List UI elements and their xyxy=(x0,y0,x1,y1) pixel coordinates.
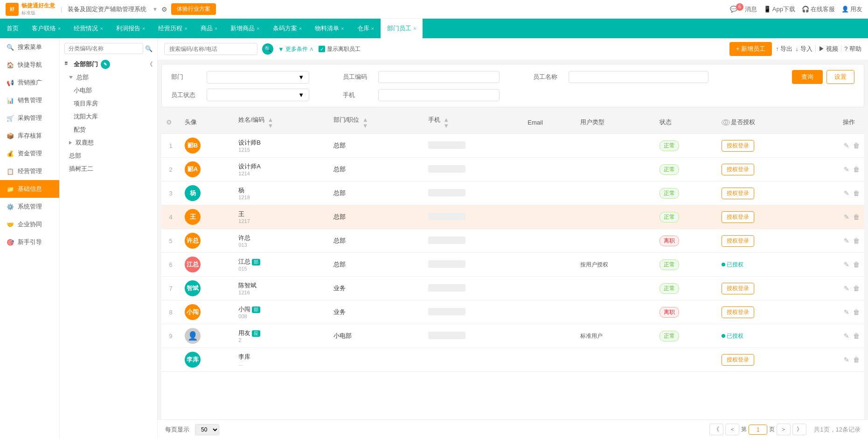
close-icon[interactable]: × xyxy=(184,26,187,31)
close-icon[interactable]: × xyxy=(58,26,61,31)
sidebar-item-marketing[interactable]: 📢 营销推广 xyxy=(0,74,59,91)
import-btn[interactable]: ↓ 导入 xyxy=(795,45,812,53)
try-btn[interactable]: 体验行业方案 xyxy=(171,3,216,15)
delete-btn[interactable]: 🗑 xyxy=(853,308,860,316)
query-btn[interactable]: 查询 xyxy=(792,70,823,84)
close-icon[interactable]: × xyxy=(371,26,374,31)
dept-search-icon[interactable]: 🔍 xyxy=(145,45,153,52)
dept-filter-select[interactable]: ▼ xyxy=(207,71,309,84)
search-btn[interactable]: 🔍 xyxy=(262,43,273,55)
th-phone[interactable]: 手机 ▲ ▼ xyxy=(424,111,523,134)
edit-btn[interactable]: ✎ xyxy=(844,285,849,292)
more-filter-btn[interactable]: ▼ 更多条件 ∧ xyxy=(278,45,314,53)
delete-btn[interactable]: 🗑 xyxy=(853,189,860,197)
sidebar-item-basic-info[interactable]: 📁 基础信息 xyxy=(0,180,59,198)
close-icon[interactable]: × xyxy=(100,26,103,31)
msg-btn[interactable]: 💬 6 消息 xyxy=(730,5,757,14)
sidebar-item-collab[interactable]: 🤝 企业协同 xyxy=(0,216,59,233)
dept-tree-item-project[interactable]: 项目库房 xyxy=(71,97,157,110)
sidebar-item-operation[interactable]: 📋 经营管理 xyxy=(0,162,59,180)
edit-btn[interactable]: ✎ xyxy=(844,356,849,363)
edit-btn[interactable]: ✎ xyxy=(844,332,849,340)
close-icon[interactable]: × xyxy=(413,26,416,31)
delete-btn[interactable]: 🗑 xyxy=(853,285,860,292)
set-btn[interactable]: 设置 xyxy=(826,70,854,84)
dept-edit-icon[interactable]: ✎ xyxy=(101,60,110,69)
delete-btn[interactable]: 🗑 xyxy=(853,261,860,268)
nav-tab-journey[interactable]: 经营历程× xyxy=(152,19,194,38)
user-btn[interactable]: 👤 用友 xyxy=(841,5,862,14)
auth-btn[interactable]: 授权登录 xyxy=(722,188,754,199)
edit-btn[interactable]: ✎ xyxy=(844,142,849,149)
dept-tree-item-zongbu[interactable]: 总部 xyxy=(64,149,157,162)
close-icon[interactable]: × xyxy=(215,26,217,31)
dept-tree-item-head[interactable]: 总部 xyxy=(64,71,157,84)
prev-page-btn[interactable]: ＜ xyxy=(725,424,739,435)
search-input[interactable] xyxy=(164,43,257,55)
close-icon[interactable]: × xyxy=(341,26,344,31)
service-btn[interactable]: 🎧 在线客服 xyxy=(802,5,835,14)
emp-name-filter-input[interactable] xyxy=(569,71,708,83)
dept-collapse-btn[interactable]: 《 xyxy=(147,61,153,69)
th-name[interactable]: 姓名/编码 ▲ ▼ xyxy=(234,111,328,134)
th-gear[interactable]: ⚙ xyxy=(161,111,180,134)
edit-btn[interactable]: ✎ xyxy=(844,189,849,197)
th-dept[interactable]: 部门/职位 ▲ ▼ xyxy=(329,111,424,134)
auth-btn[interactable]: 授权登录 xyxy=(722,211,754,223)
nav-tab-bom[interactable]: 物料清单× xyxy=(308,19,350,38)
nav-tab-profit[interactable]: 利润报告× xyxy=(110,19,152,38)
dept-tree-item-chashuwang[interactable]: 插树王二 xyxy=(64,162,157,175)
page-number-input[interactable] xyxy=(749,425,767,435)
edit-btn[interactable]: ✎ xyxy=(844,237,849,244)
auth-btn[interactable]: 授权登录 xyxy=(722,354,754,366)
sort-icon[interactable]: ▲ ▼ xyxy=(268,117,274,129)
help-btn[interactable]: ? 帮助 xyxy=(844,45,861,53)
last-page-btn[interactable]: 》 xyxy=(792,424,806,435)
add-employee-btn[interactable]: + 新增员工 xyxy=(729,42,772,56)
close-icon[interactable]: × xyxy=(299,26,302,31)
next-page-btn[interactable]: ＞ xyxy=(777,424,791,435)
nav-tab-new-goods[interactable]: 新增商品× xyxy=(224,19,266,38)
nav-tab-situation[interactable]: 经营情况× xyxy=(67,19,109,38)
delete-btn[interactable]: 🗑 xyxy=(853,142,860,149)
auth-btn[interactable]: 授权登录 xyxy=(722,140,754,152)
sort-icon3[interactable]: ▲ ▼ xyxy=(443,117,449,129)
dept-search-input[interactable] xyxy=(64,43,143,54)
sidebar-item-search[interactable]: 🔍 搜索菜单 xyxy=(0,38,59,56)
auth-btn[interactable]: 授权登录 xyxy=(722,283,754,294)
emp-status-filter-select[interactable]: ▼ xyxy=(207,89,309,101)
close-icon[interactable]: × xyxy=(142,26,145,31)
edit-btn[interactable]: ✎ xyxy=(844,213,849,221)
dept-tree-item-distribution[interactable]: 配货 xyxy=(71,123,157,136)
delete-btn[interactable]: 🗑 xyxy=(853,166,860,173)
nav-tab-dept-employee[interactable]: 部门员工× xyxy=(381,19,423,38)
phone-filter-input[interactable] xyxy=(378,89,500,101)
sidebar-item-system[interactable]: ⚙️ 系统管理 xyxy=(0,198,59,216)
auth-btn[interactable]: 授权登录 xyxy=(722,164,754,175)
sidebar-item-finance[interactable]: 💰 资金管理 xyxy=(0,145,59,162)
auth-btn[interactable]: 授权登录 xyxy=(722,235,754,247)
delete-btn[interactable]: 🗑 xyxy=(853,332,860,340)
gear-icon[interactable]: ⚙ xyxy=(161,6,167,13)
nav-tab-barcode[interactable]: 条码方案× xyxy=(266,19,308,38)
emp-code-filter-input[interactable] xyxy=(378,71,500,83)
edit-btn[interactable]: ✎ xyxy=(844,261,849,268)
nav-tab-home[interactable]: 首页 xyxy=(0,19,25,38)
edit-btn[interactable]: ✎ xyxy=(844,166,849,173)
auth-btn[interactable]: 授权登录 xyxy=(722,307,754,318)
page-size-select[interactable]: 50 xyxy=(195,424,219,435)
app-download-btn[interactable]: 📱 App下载 xyxy=(764,5,795,14)
dept-tree-item-small-elec[interactable]: 小电部 xyxy=(71,84,157,97)
sort-icon2[interactable]: ▲ ▼ xyxy=(362,117,368,129)
nav-tab-warehouse[interactable]: 仓库× xyxy=(351,19,381,38)
export-btn[interactable]: ↑ 导出 xyxy=(776,45,792,53)
sidebar-item-purchase[interactable]: 🛒 采购管理 xyxy=(0,109,59,127)
settings-icon[interactable]: ⚙ xyxy=(166,118,172,126)
show-retired-toggle[interactable]: ✓ 显示离职员工 xyxy=(319,45,361,53)
sidebar-item-inventory[interactable]: 📦 库存核算 xyxy=(0,127,59,145)
dept-tree-item-shenyang[interactable]: 沈阳大库 xyxy=(71,110,157,123)
sidebar-item-guide[interactable]: 🎯 新手引导 xyxy=(0,233,59,251)
video-btn[interactable]: ▶ 视频 xyxy=(819,45,839,53)
edit-btn[interactable]: ✎ xyxy=(844,308,849,316)
close-icon[interactable]: × xyxy=(257,26,259,31)
